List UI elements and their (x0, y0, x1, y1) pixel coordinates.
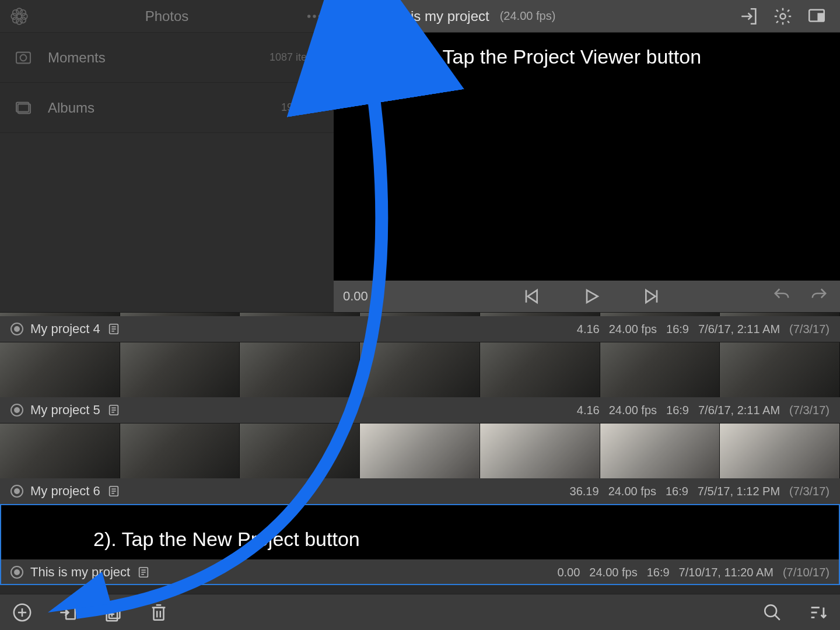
project-modified: (7/10/17) (783, 566, 830, 579)
project-row[interactable]: My project 44.1624.00 fps16:97/6/17, 2:1… (0, 312, 840, 342)
viewer-canvas[interactable] (334, 33, 840, 281)
thumbnail[interactable] (120, 342, 240, 397)
project-fps: 24.00 fps (608, 485, 656, 498)
sidebar-item-moments[interactable]: Moments 1087 items (0, 33, 334, 83)
thumbnail[interactable] (480, 342, 600, 397)
bottom-toolbar (0, 594, 840, 630)
delete-button[interactable] (147, 601, 170, 624)
select-radio[interactable] (10, 485, 23, 498)
thumbnail[interactable] (720, 313, 840, 316)
project-aspect: 16:9 (666, 485, 688, 498)
project-fps: 24.00 fps (609, 404, 657, 417)
thumbnail[interactable] (480, 424, 600, 478)
filmstrip[interactable] (0, 342, 840, 397)
project-duration: 4.16 (577, 323, 600, 336)
project-viewer-button[interactable] (345, 4, 370, 29)
notes-icon[interactable] (107, 323, 120, 335)
sidebar-title: Photos (29, 8, 304, 24)
svg-point-9 (313, 15, 316, 18)
thumbnail[interactable] (720, 342, 840, 397)
project-title: This is my project (380, 8, 489, 24)
thumbnail[interactable] (120, 313, 240, 316)
select-radio[interactable] (10, 323, 23, 335)
project-name: This is my project (30, 565, 130, 580)
thumbnail[interactable] (240, 313, 360, 316)
thumbnail[interactable] (360, 313, 480, 316)
svg-rect-11 (16, 52, 30, 63)
sidebar-item-label: Moments (48, 50, 256, 66)
annotation-step-1: 1). Tap the Project Viewer button (414, 46, 701, 68)
project-name: My project 4 (30, 321, 100, 337)
export-button[interactable] (737, 5, 761, 28)
project-row[interactable]: My project 54.1624.00 fps16:97/6/17, 2:1… (0, 342, 840, 423)
select-radio[interactable] (10, 404, 23, 416)
redo-button[interactable] (807, 285, 831, 308)
filmstrip[interactable] (0, 313, 840, 316)
thumbnail[interactable] (360, 424, 480, 478)
sidebar-item-albums[interactable]: Albums 19 items (0, 83, 334, 133)
svg-rect-49 (154, 607, 164, 620)
svg-point-1 (16, 18, 22, 24)
project-duration: 4.16 (577, 404, 600, 417)
project-duration: 36.19 (570, 485, 599, 498)
svg-point-4 (13, 9, 19, 15)
thumbnail[interactable] (0, 342, 120, 397)
svg-point-7 (20, 17, 26, 23)
moments-icon (13, 47, 34, 68)
thumbnail[interactable] (600, 313, 720, 316)
project-row[interactable]: My project 636.1924.00 fps16:97/5/17, 1:… (0, 423, 840, 504)
settings-button[interactable] (771, 5, 794, 28)
thumbnail[interactable] (0, 424, 120, 478)
photos-sidebar: Photos Moments 1087 items Albums 19 item… (0, 0, 334, 312)
search-button[interactable] (761, 601, 784, 624)
svg-point-2 (11, 13, 17, 19)
next-frame-button[interactable] (640, 285, 664, 308)
notes-icon[interactable] (137, 566, 150, 579)
project-bar: This is my project0.0024.00 fps16:97/10/… (0, 559, 840, 585)
thumbnail[interactable] (600, 342, 720, 397)
thumbnail[interactable] (240, 342, 360, 397)
project-name: My project 5 (30, 402, 100, 418)
notes-icon[interactable] (107, 485, 120, 498)
project-aspect: 16:9 (647, 566, 670, 579)
svg-point-0 (16, 8, 22, 14)
albums-icon (13, 97, 34, 118)
project-modified: (7/3/17) (789, 323, 830, 336)
filmstrip[interactable] (0, 424, 840, 478)
svg-point-6 (13, 17, 19, 23)
sidebar-item-count: 19 items (281, 102, 321, 114)
thumbnail[interactable] (480, 313, 600, 316)
svg-line-53 (775, 615, 780, 620)
prev-frame-button[interactable] (519, 285, 542, 308)
thumbnail[interactable] (120, 424, 240, 478)
thumbnail[interactable] (600, 424, 720, 478)
project-fps: 24.00 fps (609, 323, 657, 336)
project-bar: My project 54.1624.00 fps16:97/6/17, 2:1… (0, 397, 840, 423)
undo-button[interactable] (770, 285, 793, 308)
notes-icon[interactable] (107, 404, 120, 416)
thumbnail[interactable] (360, 342, 480, 397)
project-fps: (24.00 fps) (500, 9, 556, 23)
import-button[interactable] (56, 601, 79, 624)
svg-point-3 (22, 13, 27, 19)
svg-point-10 (318, 15, 321, 18)
project-aspect: 16:9 (666, 404, 689, 417)
thumbnail[interactable] (0, 313, 120, 316)
svg-point-22 (780, 13, 785, 19)
copy-button[interactable] (102, 601, 125, 624)
project-name: My project 6 (30, 484, 100, 499)
project-aspect: 16:9 (666, 323, 689, 336)
play-button[interactable] (580, 285, 603, 308)
svg-point-8 (307, 15, 310, 18)
svg-point-52 (765, 605, 776, 617)
new-project-button[interactable] (10, 601, 34, 624)
annotation-step-2: 2). Tap the New Project button (93, 528, 360, 551)
more-icon[interactable] (304, 6, 324, 26)
svg-point-5 (20, 9, 26, 15)
thumbnail[interactable] (720, 424, 840, 478)
project-bar: My project 636.1924.00 fps16:97/5/17, 1:… (0, 478, 840, 504)
layout-button[interactable] (805, 5, 828, 28)
sort-button[interactable] (806, 601, 830, 624)
thumbnail[interactable] (240, 424, 360, 478)
select-radio[interactable] (10, 566, 23, 579)
